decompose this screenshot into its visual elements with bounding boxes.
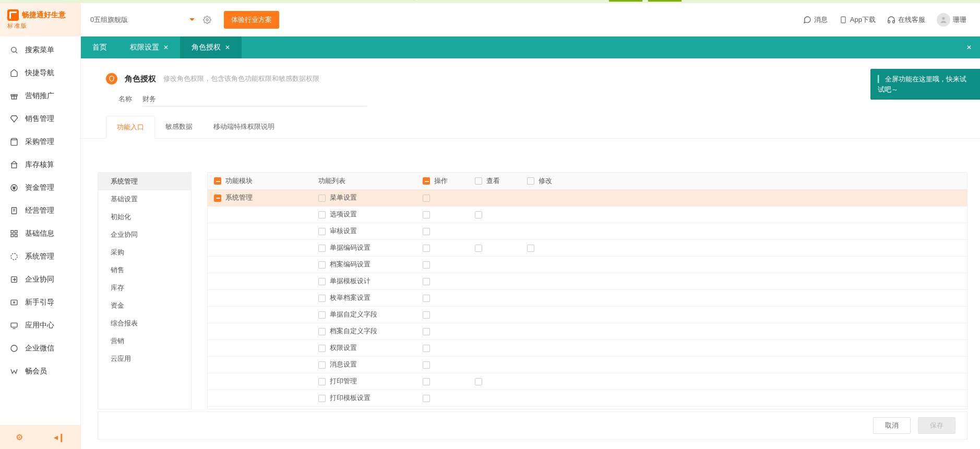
phone-icon [839,16,847,24]
svg-rect-17 [15,230,17,233]
op-checkbox[interactable] [423,261,430,269]
sidebar-item-12[interactable]: 应用中心 [0,314,80,337]
sidebar-item-1[interactable]: 快捷导航 [0,62,80,84]
group-op-checkbox[interactable] [423,195,430,202]
module-item-0[interactable]: 系统管理 [98,173,191,190]
sidebar-item-0[interactable]: 搜索菜单 [0,39,80,62]
module-item-4[interactable]: 采购 [98,244,191,261]
op-checkbox[interactable] [423,378,430,385]
module-item-10[interactable]: 云应用 [98,350,191,368]
tab-1[interactable]: 权限设置✕ [118,37,180,58]
promo-text: 应用技巧：点击左侧菜单>销售管理>销货单，添加客户和商品体验30秒极速开单～咨询… [296,0,605,1]
col-edit-checkbox[interactable] [527,177,534,185]
module-item-1[interactable]: 基础设置 [98,190,191,208]
svg-point-3 [942,17,945,19]
table-row: 消息设置 [208,356,967,373]
promo-training-button[interactable]: 在线培训 [608,0,643,2]
logo[interactable]: 畅捷通好生意 标准版 [0,3,81,37]
svg-point-23 [14,302,15,304]
subtab-1[interactable]: 敏感数据 [155,116,203,138]
header-user[interactable]: 珊珊 [937,13,966,27]
sidebar-settings-icon[interactable]: ⚙ [16,432,23,442]
sidebar-item-4[interactable]: 采购管理 [0,130,80,153]
op-checkbox[interactable] [423,311,430,319]
tab-close-all-icon[interactable]: ✕ [958,37,980,58]
header-service[interactable]: 在线客服 [887,15,925,25]
op-checkbox[interactable] [423,395,430,402]
experience-button[interactable]: 体验行业方案 [224,11,279,29]
tab-close-icon[interactable]: ✕ [163,44,169,51]
subtab-2[interactable]: 移动端特殊权限说明 [203,116,285,138]
op-checkbox[interactable] [423,245,430,252]
group-checkbox[interactable] [214,195,221,202]
row-checkbox[interactable] [318,261,326,269]
module-item-3[interactable]: 企业协同 [98,226,191,244]
module-list: 系统管理基础设置初始化企业协同采购销售库存资金综合报表营销云应用 [98,172,192,409]
sidebar-item-9[interactable]: 系统管理 [0,245,80,268]
tab-0[interactable]: 首页 [81,37,118,58]
module-item-8[interactable]: 综合报表 [98,314,191,332]
module-item-5[interactable]: 销售 [98,261,191,279]
op-checkbox[interactable] [423,295,430,302]
row-checkbox[interactable] [318,361,326,369]
op-checkbox[interactable] [423,228,430,235]
op-checkbox[interactable] [423,328,430,335]
row-checkbox[interactable] [318,311,326,319]
sidebar-item-13[interactable]: 企业微信 [0,337,80,360]
row-checkbox[interactable] [318,345,326,352]
flag-icon [9,298,19,307]
cancel-button[interactable]: 取消 [873,417,911,434]
sidebar-item-11[interactable]: 新手引导 [0,291,80,314]
op-checkbox[interactable] [423,278,430,285]
sidebar-collapse-icon[interactable]: ◂❙ [54,432,65,442]
col-op-checkbox[interactable] [423,177,430,185]
avatar-icon [937,13,950,27]
row-checkbox[interactable] [318,211,326,219]
view-checkbox[interactable] [475,245,482,252]
sidebar-item-6[interactable]: ¥资金管理 [0,176,80,199]
sidebar-item-14[interactable]: 畅会员 [0,360,80,383]
sidebar-item-5[interactable]: 库存核算 [0,153,80,176]
svg-rect-16 [11,230,14,233]
col-view-checkbox[interactable] [475,177,482,185]
module-item-7[interactable]: 资金 [98,297,191,314]
row-checkbox[interactable] [318,378,326,385]
sidebar-item-3[interactable]: 销售管理 [0,107,80,130]
sidebar-item-2[interactable]: 营销推广 [0,84,80,107]
header-message[interactable]: 消息 [803,15,828,25]
sidebar: 搜索菜单快捷导航营销推广销售管理采购管理库存核算¥资金管理经营管理基础信息系统管… [0,37,81,449]
module-item-9[interactable]: 营销 [98,332,191,350]
subtab-0[interactable]: 功能入口 [106,116,155,139]
table-row: 单据编码设置 [208,239,967,256]
message-icon [803,16,811,24]
op-checkbox[interactable] [423,345,430,352]
sidebar-item-8[interactable]: 基础信息 [0,222,80,245]
sidebar-item-10[interactable]: 企业协同 [0,268,80,291]
save-button[interactable]: 保存 [918,417,955,434]
row-checkbox[interactable] [318,245,326,252]
tab-2[interactable]: 角色授权✕ [180,37,242,58]
col-module-checkbox[interactable] [214,177,221,185]
edit-checkbox[interactable] [527,245,534,252]
header-app-download[interactable]: App下载 [839,15,876,25]
module-item-2[interactable]: 初始化 [98,208,191,226]
shop-settings-icon[interactable] [200,13,214,27]
group-list-checkbox[interactable] [318,195,326,202]
module-item-6[interactable]: 库存 [98,279,191,297]
row-checkbox[interactable] [318,278,326,285]
permission-table: 功能模块功能列表操作查看修改系统管理菜单设置选项设置审核设置单据编码设置档案编码… [207,172,967,409]
table-row: 单据自定义字段 [208,306,967,323]
op-checkbox[interactable] [423,211,430,219]
promo-buy-button[interactable]: 立即购买 [648,0,682,2]
tab-close-icon[interactable]: ✕ [225,44,230,51]
view-checkbox[interactable] [475,211,482,219]
sidebar-item-7[interactable]: 经营管理 [0,199,80,222]
row-checkbox[interactable] [318,328,326,335]
fullscreen-tip[interactable]: 全屏功能在这里哦，快来试试吧～ [870,69,980,100]
row-checkbox[interactable] [318,228,326,235]
shop-selector[interactable]: 0五组旗舰版 [90,12,195,28]
row-checkbox[interactable] [318,395,326,402]
op-checkbox[interactable] [423,361,430,369]
view-checkbox[interactable] [475,378,482,385]
row-checkbox[interactable] [318,295,326,302]
